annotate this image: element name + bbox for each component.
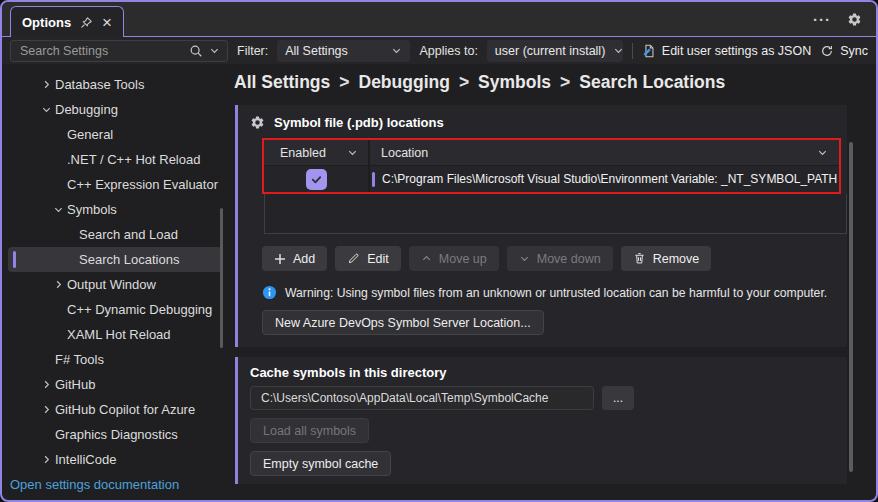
move-down-button[interactable]: Move down bbox=[507, 246, 613, 271]
search-input[interactable] bbox=[18, 43, 183, 59]
locations-list-empty-area[interactable] bbox=[264, 194, 847, 234]
empty-symbol-cache-button[interactable]: Empty symbol cache bbox=[250, 451, 391, 476]
window-title: Options bbox=[22, 15, 71, 30]
enabled-column-header[interactable]: Enabled bbox=[264, 140, 370, 165]
options-tab[interactable]: Options × bbox=[10, 6, 124, 37]
sidebar-item-label: GitHub bbox=[55, 377, 95, 392]
edit-button[interactable]: Edit bbox=[335, 246, 401, 271]
more-options-icon[interactable]: ··· bbox=[813, 11, 831, 28]
info-icon bbox=[262, 285, 277, 300]
sidebar-item-label: Search and Load bbox=[79, 227, 178, 242]
sidebar-item-xaml-hot-reload[interactable]: XAML Hot Reload bbox=[8, 322, 222, 347]
remove-button[interactable]: Remove bbox=[621, 246, 712, 271]
chevron-right-icon[interactable] bbox=[41, 454, 55, 465]
sidebar-item-label: Debugging bbox=[55, 102, 118, 117]
pin-icon[interactable] bbox=[80, 16, 93, 29]
settings-toolbar: Filter: All Settings Applies to: user (c… bbox=[2, 36, 876, 64]
sidebar-item-search-and-load[interactable]: Search and Load bbox=[8, 222, 222, 247]
location-cell: C:\Program Files\Microsoft Visual Studio… bbox=[370, 166, 839, 192]
sidebar-item-search-locations[interactable]: Search Locations bbox=[8, 247, 222, 272]
sidebar-item-output-window[interactable]: Output Window bbox=[8, 272, 222, 297]
sidebar-item-c-expression-evaluator[interactable]: C++ Expression Evaluator bbox=[8, 172, 222, 197]
enabled-cell bbox=[264, 166, 370, 192]
search-box[interactable] bbox=[10, 40, 228, 62]
content-scrollbar[interactable] bbox=[849, 142, 853, 472]
settings-nav: Database ToolsDebuggingGeneral.NET / C++… bbox=[2, 64, 232, 500]
new-azure-devops-location-button[interactable]: New Azure DevOps Symbol Server Location.… bbox=[262, 310, 544, 335]
breadcrumb: All Settings>Debugging>Symbols>Search Lo… bbox=[234, 72, 876, 93]
symbol-section-title: Symbol file (.pdb) locations bbox=[274, 115, 444, 130]
location-column-header[interactable]: Location bbox=[370, 140, 839, 165]
edit-json-button[interactable]: Edit user settings as JSON bbox=[642, 44, 811, 58]
sidebar-item-f-tools[interactable]: F# Tools bbox=[8, 347, 222, 372]
close-icon[interactable]: × bbox=[102, 14, 112, 31]
sidebar-item-debugging[interactable]: Debugging bbox=[8, 97, 222, 122]
location-row[interactable]: C:\Program Files\Microsoft Visual Studio… bbox=[264, 165, 839, 192]
sidebar-item-general[interactable]: General bbox=[8, 122, 222, 147]
chevron-down-icon[interactable] bbox=[53, 204, 67, 215]
titlebar-actions: ··· bbox=[813, 11, 876, 28]
settings-content: All Settings>Debugging>Symbols>Search Lo… bbox=[232, 64, 876, 500]
location-column-label: Location bbox=[381, 146, 428, 160]
breadcrumb-segment: Search Locations bbox=[579, 72, 725, 92]
chevron-right-icon[interactable] bbox=[41, 379, 55, 390]
sidebar-item-github-copilot-for-azure[interactable]: GitHub Copilot for Azure bbox=[8, 397, 222, 422]
cache-path-row: ... bbox=[250, 386, 835, 410]
locations-table-header: Enabled Location bbox=[264, 140, 839, 165]
dialog-body: Database ToolsDebuggingGeneral.NET / C++… bbox=[2, 64, 876, 500]
sync-button[interactable]: Sync bbox=[820, 44, 868, 58]
search-chevron-icon[interactable] bbox=[209, 45, 220, 56]
chevron-down-icon[interactable] bbox=[347, 147, 358, 158]
sidebar-item-label: IntelliCode bbox=[55, 452, 116, 467]
cache-path-input[interactable] bbox=[250, 386, 594, 410]
breadcrumb-separator: > bbox=[339, 72, 349, 92]
warning-row: Warning: Using symbol files from an unkn… bbox=[262, 285, 835, 300]
add-button[interactable]: Add bbox=[262, 246, 327, 271]
sidebar-item-net-c-hot-reload[interactable]: .NET / C++ Hot Reload bbox=[8, 147, 222, 172]
chevron-right-icon[interactable] bbox=[41, 79, 55, 90]
chevron-down-icon[interactable] bbox=[817, 147, 828, 158]
breadcrumb-separator: > bbox=[459, 72, 469, 92]
sidebar-item-label: GitHub Copilot for Azure bbox=[55, 402, 195, 417]
chevron-down-icon[interactable] bbox=[41, 104, 55, 115]
chevron-down-icon bbox=[391, 45, 402, 56]
sidebar-item-symbols[interactable]: Symbols bbox=[8, 197, 222, 222]
sidebar-item-c-dynamic-debugging[interactable]: C++ Dynamic Debugging bbox=[8, 297, 222, 322]
applies-to-dropdown[interactable]: user (current install) bbox=[487, 40, 623, 62]
filter-dropdown[interactable]: All Settings bbox=[277, 40, 410, 62]
sidebar-item-label: Graphics Diagnostics bbox=[55, 427, 178, 442]
load-all-symbols-button[interactable]: Load all symbols bbox=[250, 418, 369, 443]
options-dialog: Options × ··· Filter: All Settings bbox=[0, 0, 878, 502]
sidebar-item-label: XAML Hot Reload bbox=[67, 327, 171, 342]
cache-section: Cache symbols in this directory ... Load… bbox=[235, 357, 847, 484]
enabled-checkbox[interactable] bbox=[306, 169, 327, 190]
browse-button[interactable]: ... bbox=[602, 386, 634, 410]
breadcrumb-segment: Debugging bbox=[359, 72, 450, 92]
sync-label: Sync bbox=[840, 44, 868, 58]
sidebar-item-intellicode[interactable]: IntelliCode bbox=[8, 447, 222, 472]
sync-icon bbox=[820, 44, 834, 58]
sidebar-item-graphics-diagnostics[interactable]: Graphics Diagnostics bbox=[8, 422, 222, 447]
sidebar-item-label: Database Tools bbox=[55, 77, 144, 92]
chevron-right-icon[interactable] bbox=[41, 404, 55, 415]
breadcrumb-segment: Symbols bbox=[478, 72, 551, 92]
chevron-right-icon[interactable] bbox=[53, 279, 67, 290]
filter-label: Filter: bbox=[237, 44, 268, 58]
search-icon bbox=[189, 44, 203, 58]
chevron-down-icon bbox=[613, 45, 624, 56]
cache-section-title: Cache symbols in this directory bbox=[250, 365, 835, 380]
highlight-red-box: Enabled Location bbox=[262, 138, 841, 194]
edit-json-label: Edit user settings as JSON bbox=[662, 44, 811, 58]
symbol-locations-section: Symbol file (.pdb) locations Enabled Loc… bbox=[235, 105, 847, 347]
sidebar-item-label: C++ Dynamic Debugging bbox=[67, 302, 212, 317]
sidebar-scrollbar[interactable] bbox=[220, 208, 223, 348]
breadcrumb-segment: All Settings bbox=[234, 72, 330, 92]
open-settings-documentation-link[interactable]: Open settings documentation bbox=[10, 477, 179, 492]
sidebar-item-database-tools[interactable]: Database Tools bbox=[8, 72, 222, 97]
settings-tree: Database ToolsDebuggingGeneral.NET / C++… bbox=[2, 72, 232, 472]
applies-to-value: user (current install) bbox=[495, 44, 605, 58]
gear-icon[interactable] bbox=[847, 12, 862, 27]
filter-value: All Settings bbox=[285, 44, 348, 58]
sidebar-item-github[interactable]: GitHub bbox=[8, 372, 222, 397]
move-up-button[interactable]: Move up bbox=[409, 246, 499, 271]
